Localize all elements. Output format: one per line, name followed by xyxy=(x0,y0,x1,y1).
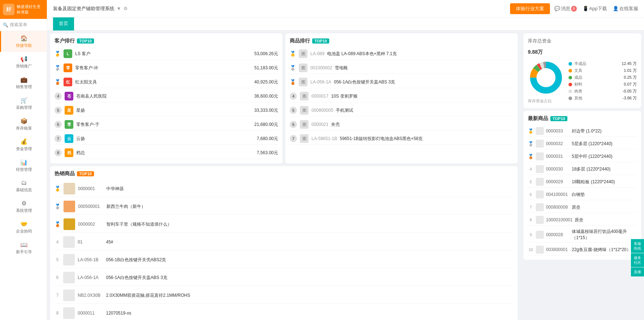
customer-rank-item: 5 星 星扬 33,333.00元 xyxy=(54,104,278,116)
customer-avatar: 云 xyxy=(65,134,73,143)
customer-value: 36,600.00元 xyxy=(254,93,278,99)
medal-silver: 🥈 xyxy=(54,65,61,71)
nav-icon-5: 💰 xyxy=(20,138,28,145)
legend-item: 肉类 -0.05 万 xyxy=(568,89,637,94)
newest-products-title: 最新商品 TOP10 xyxy=(528,115,637,122)
legend-item: 文具 1.01 万 xyxy=(568,68,637,73)
newest-product-name: 22g鱼豆腐-烧烤味（1*12*20） xyxy=(572,247,637,253)
nav-label-6: 经营管理 xyxy=(16,167,32,172)
svg-point-6 xyxy=(537,68,555,87)
app-download-btn[interactable]: 📱 App下载 xyxy=(583,5,607,12)
product-img-placeholder: 图 xyxy=(300,120,309,129)
tab-bar: 首页 xyxy=(47,17,644,30)
sidebar-item-6[interactable]: 📊经营管理 xyxy=(0,155,47,176)
sidebar-item-8[interactable]: ⚙系统管理 xyxy=(0,196,47,217)
newest-rank-num: 7 xyxy=(528,205,534,209)
legend-name: 其他 xyxy=(574,95,620,101)
hot-product-name: 056-1B白色按键开关壳ABS2克 xyxy=(106,257,513,263)
float-btn[interactable]: 客服 热线 xyxy=(631,239,644,253)
system-title: 装备及固定资产辅助管理系统 ▼ ⚙ xyxy=(53,5,506,12)
hot-product-item: 4 01 45# xyxy=(54,234,513,250)
rank-num-4: 4 xyxy=(290,93,297,100)
product-rank-item: 🥈 图 001000002 雪地靴 xyxy=(290,62,513,74)
legend-dot xyxy=(568,83,572,86)
sidebar-item-10[interactable]: 📖新手引导 xyxy=(0,238,47,258)
hot-product-item: 🥇 0000001 中华神器 xyxy=(54,181,513,197)
hot-product-code: 0000002 xyxy=(78,222,103,227)
nav-icon-6: 📊 xyxy=(20,159,28,166)
sidebar-item-0[interactable]: 🏠快捷导航 xyxy=(0,31,47,52)
hot-product-code: LA-056-1B xyxy=(78,257,103,262)
message-btn[interactable]: 💬 消息 6 xyxy=(554,5,577,12)
sidebar-item-5[interactable]: 💰资金管理 xyxy=(0,135,47,155)
nav-icon-4: 📦 xyxy=(20,118,28,124)
customer-rank-card: 客户排行 TOP10 🥇 L LS 客户 53,006.26元 🥈 零 零售客户… xyxy=(50,33,282,163)
newest-product-img xyxy=(536,231,544,239)
logo-text: 畅捷通好生意 标准版 xyxy=(17,4,41,15)
newest-rank-num: 4 xyxy=(528,167,534,171)
sidebar-item-3[interactable]: 🛒采购管理 xyxy=(0,93,47,114)
float-btn[interactable]: 服务 社区 xyxy=(631,253,644,267)
hot-product-item: 8 0000011 12070519-xs xyxy=(54,305,513,320)
rank-num-4: 4 xyxy=(54,93,62,100)
hot-product-item: 🥈 000500001 新西兰牛肉（新牛） xyxy=(54,198,513,215)
donut-chart xyxy=(528,60,564,96)
customer-name: 零售客户-许 xyxy=(75,65,252,71)
sidebar-search[interactable]: 🔍 搜索菜单 xyxy=(0,19,47,31)
newest-product-item: 7 000800008 原垒 xyxy=(528,202,637,213)
newest-product-img xyxy=(536,246,544,254)
float-btn[interactable]: 直播 xyxy=(631,267,644,276)
medal-bronze: 🥉 xyxy=(54,79,61,85)
inventory-value: 9.88万 xyxy=(528,46,637,56)
customer-rank-item: 🥈 零 零售客户-许 51,183.00元 xyxy=(54,62,278,74)
hot-product-item: 5 LA-056-1B 056-1B白色按键开关壳ABS2克 xyxy=(54,252,513,268)
nav-icon-9: 🤝 xyxy=(20,221,28,227)
trial-button[interactable]: 体验行业方案 xyxy=(510,3,550,14)
product-image xyxy=(64,201,75,212)
legend-value: -0.05 万 xyxy=(623,89,637,94)
product-rank-item: 4 图 0000017 10S 变刺罗猴 xyxy=(290,90,513,102)
rank-num-6: 6 xyxy=(54,121,62,128)
sidebar-item-1[interactable]: 📢营销推广 xyxy=(0,52,47,73)
newest-rank-num: 6 xyxy=(528,192,534,197)
newest-product-item: 9 0000028 体城嘉枝味苏打饮品400毫升（1*15） xyxy=(528,227,637,243)
tab-home[interactable]: 首页 xyxy=(53,17,74,30)
logo-icon: 好 xyxy=(3,4,15,15)
sidebar-item-2[interactable]: 💼销售管理 xyxy=(0,73,47,93)
rank-section: 客户排行 TOP10 🥇 L LS 客户 53,006.26元 🥈 零 零售客户… xyxy=(50,33,518,163)
customer-name: 苍南县人民医院 xyxy=(76,93,252,99)
sidebar-item-7[interactable]: 🗂基础信息 xyxy=(0,176,47,196)
legend-value: -3.86 万 xyxy=(623,95,637,101)
legend-value: 1.01 万 xyxy=(624,68,637,73)
hot-product-name: 056-1A白色按键开关盖ABS 3克 xyxy=(106,275,513,281)
product-image xyxy=(64,218,75,230)
product-img-placeholder: 图 xyxy=(300,106,309,115)
product-img-empty xyxy=(63,254,75,266)
settings-icon[interactable]: ⚙ xyxy=(123,6,128,11)
sidebar-logo: 好 畅捷通好生意 标准版 xyxy=(0,0,47,19)
hot-product-code: 0000011 xyxy=(78,311,103,316)
sidebar-item-9[interactable]: 🤝企业协同 xyxy=(0,217,47,238)
sidebar-item-4[interactable]: 📦库存核算 xyxy=(0,114,47,135)
customer-value: 21,680.00元 xyxy=(254,122,278,128)
customer-avatar: 零 xyxy=(64,63,72,72)
product-rank-badge: TOP10 xyxy=(312,38,329,44)
hot-product-name: 45# xyxy=(106,239,513,245)
customer-rank-item: 8 档 档总 7,563.00元 xyxy=(54,147,278,159)
right-panel: 库存总资金 9.88万 xyxy=(521,30,644,320)
product-img-empty xyxy=(63,236,75,248)
online-service-btn[interactable]: 👤 在线客服 xyxy=(613,5,638,12)
product-img-placeholder: 图 xyxy=(299,78,307,86)
newest-product-item: 🥉 0000031 5层中纤 (1220*2440) xyxy=(528,151,637,162)
hot-product-code: 000500001 xyxy=(78,204,103,209)
customer-rank-badge: TOP10 xyxy=(77,38,94,44)
product-img-empty xyxy=(63,272,75,283)
legend-dot xyxy=(568,90,572,93)
search-icon: 🔍 xyxy=(3,22,8,28)
dropdown-icon[interactable]: ▼ xyxy=(117,6,121,11)
float-buttons: 客服 热线服务 社区直播 xyxy=(631,239,644,276)
legend-item: 半成品 12.45 万 xyxy=(568,61,637,66)
newest-product-name: 原垒 xyxy=(575,217,637,223)
customer-value: 7,680.00元 xyxy=(257,136,278,142)
newest-product-code: 10000100001 xyxy=(546,217,572,222)
